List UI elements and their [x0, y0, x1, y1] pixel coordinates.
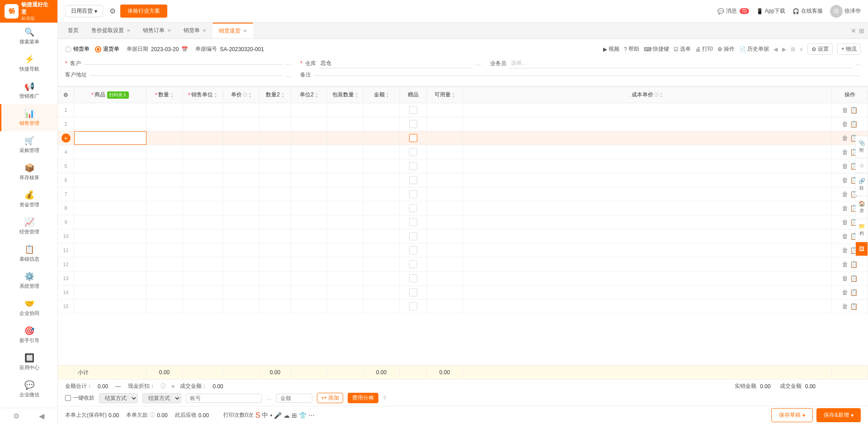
sidebar-item-system[interactable]: ⚙️ 系统管理 [0, 267, 57, 294]
delete-btn[interactable]: 🗑 [842, 247, 848, 254]
row-1-unit2[interactable] [291, 103, 327, 117]
trial-button[interactable]: 体验行业方案 [120, 5, 167, 18]
gift-checkbox[interactable] [409, 232, 417, 240]
add-logistics-button[interactable]: + 物流 [837, 43, 861, 55]
row-1-qty2[interactable] [259, 103, 291, 117]
delete-btn[interactable]: 🗑 [842, 162, 848, 170]
sidebar-item-sales[interactable]: 📊 销售管理 [0, 104, 57, 131]
radio-return[interactable]: 退货单 [95, 45, 119, 53]
col-settings[interactable]: ⚙ [58, 90, 74, 100]
gift-checkbox[interactable] [409, 274, 417, 282]
gift-checkbox[interactable] [409, 302, 417, 310]
delete-row-1-btn[interactable]: 🗑 [842, 106, 848, 114]
row-1-gift[interactable] [400, 103, 427, 117]
row-3-pkg[interactable] [327, 131, 363, 145]
status-icon1[interactable]: 中 [262, 411, 268, 419]
float-btn-file[interactable]: 📁 档 [855, 219, 868, 241]
row-2-price[interactable] [223, 117, 259, 131]
row-3-amount[interactable] [363, 131, 400, 145]
gift-checkbox[interactable] [409, 204, 417, 212]
customer-input[interactable] [84, 62, 283, 65]
warehouse-select-btn[interactable]: … [476, 60, 481, 67]
row-3-cost[interactable] [463, 131, 832, 145]
fee-split-btn[interactable]: 费用分摊 [348, 393, 378, 403]
sidebar-item-finance[interactable]: 💰 资金管理 [0, 186, 57, 213]
delete-btn[interactable]: 🗑 [842, 261, 848, 268]
one-key-collect-input[interactable] [65, 395, 71, 401]
row-1-product[interactable] [74, 103, 146, 117]
sidebar-collapse-btn[interactable]: ◀ [39, 412, 44, 420]
row-2-gift-checkbox[interactable] [409, 120, 417, 128]
grid-settings-icon[interactable]: ⚙ [63, 92, 68, 98]
online-service-btn[interactable]: 🎧 在线客服 [793, 7, 823, 15]
sidebar-item-basic[interactable]: 📋 基础信息 [0, 240, 57, 267]
delete-btn[interactable]: 🗑 [842, 275, 848, 282]
delete-btn[interactable]: 🗑 [842, 176, 848, 184]
help-btn[interactable]: ? 帮助 [624, 45, 639, 53]
sidebar-item-guide[interactable]: 🎯 新手引导 [0, 321, 57, 348]
gift-checkbox[interactable] [409, 148, 417, 156]
sidebar-item-operation[interactable]: 📈 经营管理 [0, 213, 57, 240]
row-2-product[interactable] [74, 117, 146, 131]
copy-btn[interactable]: 📋 [850, 289, 858, 296]
gift-checkbox[interactable] [409, 176, 417, 184]
delete-btn[interactable]: 🗑 [842, 289, 848, 296]
daily-selector[interactable]: 日用百货 ▾ [65, 5, 103, 17]
warehouse-input[interactable]: 总仓 [319, 58, 473, 68]
save-new-button[interactable]: 保存&新增 ▾ [816, 408, 861, 422]
list-view-icon[interactable]: ≡ [800, 46, 803, 52]
row-3-unit[interactable] [183, 131, 223, 145]
scan-input-btn[interactable]: 扫码录入 [107, 91, 129, 99]
row-3-unit2[interactable] [291, 131, 327, 145]
row-1-qty[interactable] [146, 103, 183, 117]
sidebar-item-apps[interactable]: 🔲 应用中心 [0, 348, 57, 376]
operate-btn[interactable]: ⚙ 操作 [717, 45, 735, 53]
close-all-tabs-btn[interactable]: ✕ [851, 27, 856, 34]
status-icon4[interactable]: ☁ [283, 412, 290, 419]
gift-checkbox[interactable] [409, 288, 417, 296]
row-1-amount[interactable] [363, 103, 400, 117]
message-btn[interactable]: 💬 消息 70 [717, 7, 749, 15]
copy-btn[interactable]: 📋 [850, 275, 858, 282]
gift-checkbox[interactable] [409, 162, 417, 170]
copy-row-1-btn[interactable]: 📋 [850, 106, 858, 114]
delete-btn[interactable]: 🗑 [842, 233, 848, 240]
row-1-unit[interactable] [183, 103, 223, 117]
row-3-price[interactable] [223, 131, 259, 145]
delete-row-2-btn[interactable]: 🗑 [842, 120, 848, 128]
row-3-qty2[interactable] [259, 131, 291, 145]
row-1-cost[interactable] [463, 103, 832, 117]
row-2-avail[interactable] [427, 117, 463, 131]
row-3-product[interactable] [74, 131, 146, 145]
tab-sales[interactable]: 销货单 ✕ [177, 23, 212, 38]
status-icon2[interactable]: • [270, 412, 272, 419]
calendar-icon[interactable]: 📅 [181, 46, 188, 52]
add-row-btn[interactable]: + [61, 133, 71, 143]
customer-select-btn[interactable]: … [286, 60, 291, 67]
float-btn-attachment[interactable]: 📎 附 [855, 136, 868, 157]
row-1-price[interactable] [223, 103, 259, 117]
prev-record-icon[interactable]: ◀ [774, 46, 778, 52]
row-3-gift-checkbox[interactable] [409, 134, 417, 142]
address-input[interactable] [90, 74, 283, 76]
sidebar-item-weixin[interactable]: 💬 企业微信 [0, 376, 57, 403]
row-2-pkg[interactable] [327, 117, 363, 131]
status-icon7[interactable]: ⋯ [308, 412, 315, 419]
gift-checkbox[interactable] [409, 218, 417, 226]
row-1-avail[interactable] [427, 103, 463, 117]
history-btn[interactable]: 📄 历史单据 [739, 45, 769, 53]
row-2-gift[interactable] [400, 117, 427, 131]
gift-checkbox[interactable] [409, 190, 417, 198]
tab-sales-order[interactable]: 销售订单 ✕ [137, 23, 177, 38]
row-2-amount[interactable] [363, 117, 400, 131]
sidebar-item-purchase[interactable]: 🛒 采购管理 [0, 131, 57, 158]
staff-select-btn[interactable]: … [855, 60, 861, 67]
tab-home[interactable]: 首页 [61, 23, 85, 38]
tab-close-sales-return[interactable]: ✕ [243, 29, 247, 33]
tab-close-price-settings[interactable]: ✕ [127, 28, 130, 33]
maximize-btn[interactable]: ⊞ [859, 27, 864, 34]
tab-price-settings[interactable]: 售价提取设置 ✕ [85, 23, 137, 38]
shortcut-btn[interactable]: ⌨ 快捷键 [644, 45, 669, 53]
delete-btn[interactable]: 🗑 [842, 205, 848, 212]
delete-btn[interactable]: 🗑 [842, 148, 848, 156]
